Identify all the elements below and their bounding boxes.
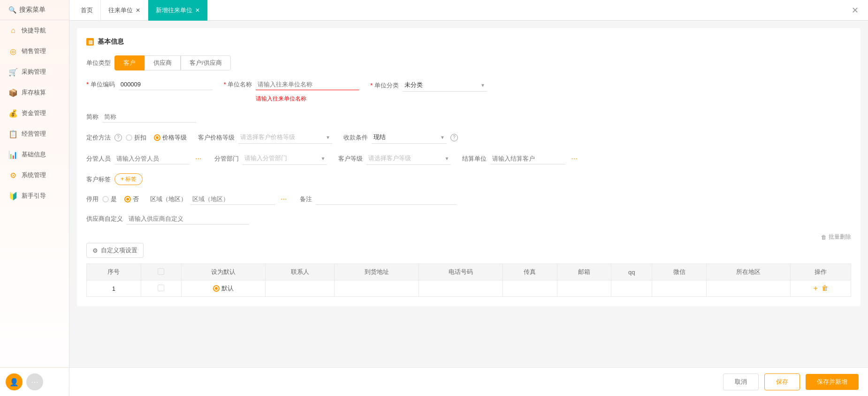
sidebar-item-quick-nav[interactable]: ⌂ 快捷导航 (0, 20, 69, 41)
td-checkbox (141, 280, 181, 297)
td-seq: 1 (87, 280, 141, 297)
row-delete-btn[interactable]: 🗑 (822, 284, 828, 293)
region-label: 区域（地区） (150, 195, 187, 203)
type-btn-supplier[interactable]: 供应商 (145, 55, 181, 70)
region-field: 区域（地区） ··· (150, 194, 289, 205)
settlement-unit-input[interactable] (490, 153, 565, 164)
remark-input[interactable] (316, 194, 457, 205)
payment-terms-help-icon[interactable]: ? (450, 134, 458, 141)
unit-name-input[interactable] (256, 79, 359, 90)
disabled-label: 停用 (86, 195, 99, 203)
unit-type-btn-group: 客户 供应商 客户/供应商 (114, 55, 231, 70)
td-address (335, 280, 419, 297)
default-radio[interactable] (213, 285, 220, 292)
tab-home[interactable]: 首页 (73, 0, 101, 21)
th-contact: 联系人 (265, 264, 334, 280)
main-area: 首页 往来单位 ✕ 新增往来单位 ✕ ✕ ▤ 基本信息 单位类型 客户 (69, 0, 868, 396)
department-select[interactable]: 请输入分管部门 ▼ (243, 152, 327, 165)
pricing-help-icon[interactable]: ? (114, 134, 122, 141)
customer-level-field: 客户等级 请选择客户等级 ▼ (338, 152, 451, 165)
td-contact (265, 280, 334, 297)
region-more-btn[interactable]: ··· (279, 195, 289, 203)
payment-terms-select[interactable]: 现结 ▼ (372, 131, 447, 144)
tags-field: 客户标签 + 标签 (86, 173, 143, 185)
th-checkbox (141, 264, 181, 280)
unit-category-select[interactable]: 未分类 ▼ (403, 79, 487, 92)
type-btn-customer[interactable]: 客户 (114, 55, 145, 70)
pricing-method-field: 定价方法 ? 折扣 价格等级 (86, 133, 187, 142)
supplier-custom-input[interactable] (127, 213, 249, 225)
region-input[interactable] (190, 194, 275, 205)
save-new-button[interactable]: 保存并新增 (806, 374, 859, 390)
type-btn-both[interactable]: 客户/供应商 (181, 55, 231, 70)
save-button[interactable]: 保存 (764, 373, 800, 390)
cancel-button[interactable]: 取消 (723, 373, 759, 390)
tab-counterparty[interactable]: 往来单位 ✕ (101, 0, 148, 21)
row-add-btn[interactable]: + (813, 284, 817, 293)
tab-new-counterparty[interactable]: 新增往来单位 ✕ (148, 0, 208, 21)
sidebar-item-label: 经营管理 (22, 130, 46, 138)
header-checkbox[interactable] (158, 268, 164, 275)
disabled-no-radio[interactable] (124, 196, 131, 202)
tab-home-label: 首页 (81, 6, 93, 15)
batch-delete-btn[interactable]: 🗑 批量删除 (821, 233, 851, 241)
customer-level-select[interactable]: 请选择客户等级 ▼ (366, 152, 451, 165)
sidebar-item-operations[interactable]: 📋 经营管理 (0, 124, 69, 144)
pricing-discount-radio[interactable] (126, 134, 132, 141)
td-row-actions: + 🗑 (791, 280, 851, 297)
pricing-level-radio[interactable] (154, 134, 160, 141)
add-tag-btn[interactable]: + 标签 (114, 173, 143, 185)
system-icon: ⚙ (8, 171, 18, 180)
sidebar-user-btn[interactable]: 👤 (6, 373, 23, 390)
row-checkbox[interactable] (158, 285, 164, 291)
short-name-input[interactable] (102, 111, 196, 123)
sidebar-item-inventory[interactable]: 📦 库存核算 (0, 82, 69, 103)
th-address: 到货地址 (335, 264, 419, 280)
custom-settings-btn[interactable]: ⚙ 自定义项设置 (86, 243, 144, 258)
sidebar-item-label: 新手引导 (22, 192, 46, 200)
tab-new-counterparty-close[interactable]: ✕ (195, 8, 200, 13)
sidebar-search[interactable]: 🔍 搜索菜单 (0, 0, 69, 20)
disabled-yes-item[interactable]: 是 (102, 195, 117, 203)
sidebar-item-beginner[interactable]: 🔰 新手引导 (0, 186, 69, 206)
sidebar-item-sales[interactable]: ◎ 销售管理 (0, 41, 69, 62)
sidebar-item-basic-info[interactable]: 📊 基础信息 (0, 144, 69, 165)
disabled-yes-radio[interactable] (102, 196, 109, 202)
pricing-discount-item[interactable]: 折扣 (126, 133, 146, 142)
manager-more-btn[interactable]: ··· (193, 155, 203, 163)
disabled-no-item[interactable]: 否 (124, 195, 139, 203)
unit-code-input[interactable] (119, 79, 213, 90)
td-fax (503, 280, 557, 297)
supplier-custom-label: 供应商自定义 (86, 215, 123, 223)
section-title-text: 基本信息 (98, 38, 124, 46)
table-row: 1 默认 (87, 280, 851, 297)
td-default: 默认 (181, 280, 265, 297)
payment-terms-label: 收款条件 (343, 133, 368, 142)
pricing-level-item[interactable]: 价格等级 (154, 133, 187, 142)
sidebar-item-system[interactable]: ⚙ 系统管理 (0, 165, 69, 186)
customer-price-level-select[interactable]: 请选择客户价格等级 ▼ (238, 131, 332, 144)
th-area: 所在地区 (706, 264, 790, 280)
sidebar-settings-btn[interactable]: ⋯ (26, 373, 43, 390)
tab-counterparty-close[interactable]: ✕ (136, 8, 140, 13)
sidebar-item-label: 库存核算 (22, 88, 46, 97)
beginner-icon: 🔰 (8, 191, 18, 201)
td-wechat (652, 280, 707, 297)
form-card: ▤ 基本信息 单位类型 客户 供应商 客户/供应商 单位编码 (77, 28, 860, 306)
tab-bar-close[interactable]: ✕ (846, 5, 864, 16)
default-radio-item[interactable]: 默认 (186, 284, 260, 293)
customer-price-level-label: 客户价格等级 (198, 133, 235, 142)
contact-table: 序号 设为默认 联系人 到货地址 电话号码 传真 邮箱 qq 微信 所在地区 操… (86, 264, 851, 297)
shortname-row: 简称 (86, 111, 851, 123)
manager-input[interactable] (114, 153, 190, 164)
th-actions: 操作 (791, 264, 851, 280)
sidebar: 🔍 搜索菜单 ⌂ 快捷导航 ◎ 销售管理 🛒 采购管理 📦 库存核算 💰 资金管… (0, 0, 69, 396)
customer-price-level-placeholder: 请选择客户价格等级 (240, 133, 324, 141)
section-icon: ▤ (86, 38, 94, 46)
sidebar-item-purchase[interactable]: 🛒 采购管理 (0, 62, 69, 82)
settlement-more-btn[interactable]: ··· (569, 155, 579, 163)
sidebar-item-finance[interactable]: 💰 资金管理 (0, 103, 69, 124)
td-qq (611, 280, 652, 297)
unit-name-label: 单位名称 (224, 80, 252, 89)
pricing-row: 定价方法 ? 折扣 价格等级 客户价格等级 (86, 131, 851, 144)
